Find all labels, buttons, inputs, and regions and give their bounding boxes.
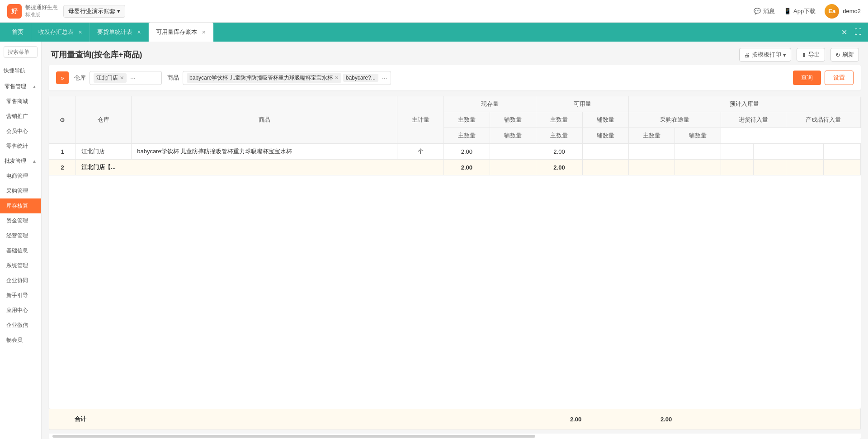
tab-recv-pay[interactable]: 收发存汇总表 ✕ xyxy=(31,23,90,42)
subtotal-avail-main: 2.00 xyxy=(536,160,582,175)
warehouse-tag-close[interactable]: ✕ xyxy=(120,75,124,81)
query-button[interactable]: 查询 xyxy=(793,71,821,85)
total-label-cell xyxy=(49,412,69,426)
export-button[interactable]: ⬆ 导出 xyxy=(797,48,825,61)
sidebar-item-wecom[interactable]: 企业微信 xyxy=(0,318,41,333)
th-prod-main: 主数量 xyxy=(628,128,675,144)
sidebar-item-new-guide[interactable]: 新手引导 xyxy=(0,288,41,303)
sidebar-item-finance[interactable]: 资金管理 xyxy=(0,213,41,228)
table-row: 1 江北门店 babycare学饮杯 儿童防摔防撞吸管杯重力球吸嘴杯宝宝水杯 个… xyxy=(49,144,861,160)
sidebar-section-zero-sales-label: 零售管理 xyxy=(5,83,26,90)
tab-recv-pay-label: 收发存汇总表 xyxy=(38,28,74,36)
subtotal-inbound-main xyxy=(721,160,754,175)
subtotal-pur-transit-aux xyxy=(675,160,721,175)
th-product-pending: 产成品待入量 xyxy=(786,112,861,128)
tab-available-stock-close[interactable]: ✕ xyxy=(202,29,206,35)
tab-available-stock[interactable]: 可用量库存账本 ✕ xyxy=(149,23,213,42)
settings-button[interactable]: 设置 xyxy=(825,71,854,85)
subtotal-row: 2 江北门店【... 2.00 2.00 xyxy=(49,160,861,175)
product-tag-input[interactable]: babycare学饮杯 儿童防摔防撞吸管杯重力球吸嘴杯宝宝水杯 ✕ babyca… xyxy=(183,71,391,85)
double-chevron-right-icon: » xyxy=(61,74,64,81)
tab-home[interactable]: 首页 xyxy=(5,23,31,42)
sidebar-item-enterprise-collab[interactable]: 企业协同 xyxy=(0,273,41,288)
total-label: 合计 xyxy=(69,412,427,426)
page-title: 可用量查询(按仓库+商品) xyxy=(51,49,142,60)
sidebar-item-retail-stats[interactable]: 零售统计 xyxy=(0,139,41,154)
close-all-tabs-icon[interactable]: ✕ xyxy=(840,26,849,38)
total-footer: 合计 2.00 2.00 xyxy=(49,409,861,430)
user-area[interactable]: Ea demo2 xyxy=(825,4,861,19)
print-template-button[interactable]: 🖨 按模板打印 ▾ xyxy=(739,48,791,61)
logo-area: 好 畅捷通好生意 标准版 xyxy=(7,4,58,19)
product-more-icon[interactable]: ··· xyxy=(382,74,387,81)
warehouse-tag-jiangbei: 江北门店 ✕ xyxy=(94,73,127,83)
product-filter-field: 商品 babycare学饮杯 儿童防摔防撞吸管杯重力球吸嘴杯宝宝水杯 ✕ bab… xyxy=(167,71,391,85)
sidebar-section-batch-label: 批发管理 xyxy=(5,157,26,165)
sidebar-section-zero-sales[interactable]: 零售管理 ▲ xyxy=(0,79,41,94)
tab-order-stat[interactable]: 要货单统计表 ✕ xyxy=(90,23,149,42)
th-unit: 主计量 xyxy=(397,96,443,144)
product-filter-label: 商品 xyxy=(167,74,179,82)
warehouse-tag-input[interactable]: 江北门店 ✕ ··· xyxy=(90,71,162,85)
sidebar-item-ops[interactable]: 经营管理 xyxy=(0,228,41,243)
td-unit: 个 xyxy=(397,144,443,160)
sidebar-item-app-center[interactable]: 应用中心 xyxy=(0,303,41,318)
td-no: 1 xyxy=(49,144,76,160)
print-chevron-icon: ▾ xyxy=(783,52,786,58)
message-label: 消息 xyxy=(763,7,775,15)
sidebar-section-batch[interactable]: 批发管理 ▲ xyxy=(0,154,41,169)
sidebar-item-member[interactable]: 畅会员 xyxy=(0,333,41,348)
user-name: demo2 xyxy=(843,8,861,14)
search-input[interactable] xyxy=(4,46,38,58)
sidebar-item-basic-info[interactable]: 基础信息 xyxy=(0,243,41,258)
sidebar-item-purchase[interactable]: 采购管理 xyxy=(0,184,41,198)
sidebar-item-member-center[interactable]: 会员中心 xyxy=(0,124,41,139)
content-area: 可用量查询(按仓库+商品) 🖨 按模板打印 ▾ ⬆ 导出 ↻ 刷新 xyxy=(42,42,868,439)
maximize-icon[interactable]: ⛶ xyxy=(853,26,863,38)
total-product-spacer xyxy=(427,412,517,426)
sidebar-item-marketing[interactable]: 营销推广 xyxy=(0,109,41,124)
th-avail-main: 主数量 xyxy=(536,112,582,128)
warehouse-more-icon[interactable]: ··· xyxy=(130,74,136,81)
th-planned-inbound: 预计入库量 xyxy=(628,96,860,112)
sidebar-item-stock-check[interactable]: 库存核算 xyxy=(0,198,41,213)
logo-icon: 好 xyxy=(7,4,22,19)
td-inbound-main xyxy=(721,144,754,160)
tab-order-stat-label: 要货单统计表 xyxy=(97,28,132,36)
org-selector[interactable]: 母婴行业演示账套 ▾ xyxy=(63,5,125,18)
page-actions: 🖨 按模板打印 ▾ ⬆ 导出 ↻ 刷新 xyxy=(739,48,859,61)
td-prod-main xyxy=(786,144,823,160)
filter-expand-button[interactable]: » xyxy=(56,71,69,84)
message-action[interactable]: 💬 消息 xyxy=(754,7,775,15)
th-gear[interactable]: ⚙ xyxy=(49,96,76,144)
refresh-button[interactable]: ↻ 刷新 xyxy=(830,48,859,61)
tab-bar-right: ✕ ⛶ xyxy=(840,26,863,38)
logo-subtitle: 标准版 xyxy=(25,11,58,18)
app-download-action[interactable]: 📱 App下载 xyxy=(784,7,816,15)
td-avail-main: 2.00 xyxy=(536,144,582,160)
sidebar-search-area xyxy=(0,42,41,62)
td-pur-transit-main xyxy=(628,144,675,160)
subtotal-stock-main: 2.00 xyxy=(443,160,490,175)
th-product: 商品 xyxy=(132,96,397,144)
sidebar-item-quicknav[interactable]: 快捷导航 xyxy=(0,62,41,79)
td-avail-aux xyxy=(582,144,628,160)
horizontal-scrollbar[interactable] xyxy=(52,435,535,438)
th-stock-main: 主数量 xyxy=(443,112,490,128)
subtotal-warehouse: 江北门店【... xyxy=(76,160,444,175)
table-header-row-1: ⚙ 仓库 商品 主计量 现存量 可用量 预计入库量 xyxy=(49,96,861,112)
product-tag-close[interactable]: ✕ xyxy=(335,75,339,81)
th-stock-aux: 辅数量 xyxy=(490,112,536,128)
org-name: 母婴行业演示账套 xyxy=(68,7,115,15)
scrollbar-area xyxy=(49,434,861,439)
sidebar-item-retail-mall[interactable]: 零售商城 xyxy=(0,94,41,109)
total-stock-aux-spacer xyxy=(599,412,644,426)
th-pur-transit-main: 主数量 xyxy=(443,128,490,144)
data-table: ⚙ 仓库 商品 主计量 现存量 可用量 预计入库量 主数量 辅数量 主数量 辅数… xyxy=(49,96,861,175)
total-stock-main: 2.00 xyxy=(553,412,599,426)
th-inbound-aux: 辅数量 xyxy=(582,128,628,144)
sidebar-item-ecommerce[interactable]: 电商管理 xyxy=(0,169,41,184)
tab-recv-pay-close[interactable]: ✕ xyxy=(78,29,82,35)
sidebar-item-sys-mgmt[interactable]: 系统管理 xyxy=(0,258,41,273)
tab-order-stat-close[interactable]: ✕ xyxy=(137,29,141,35)
